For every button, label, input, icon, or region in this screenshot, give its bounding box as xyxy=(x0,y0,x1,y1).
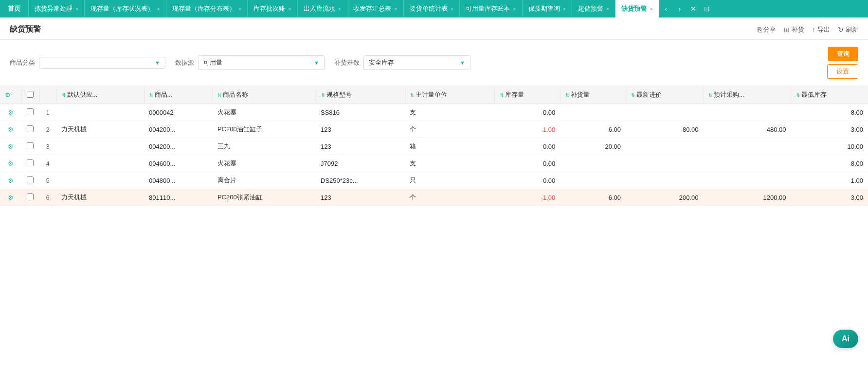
row-checkbox-3[interactable] xyxy=(21,155,39,172)
row-gear-1[interactable]: ⚙ xyxy=(0,121,21,138)
row-unit-2: 箱 xyxy=(405,138,494,155)
row-supplier-1: 力天机械 xyxy=(56,121,144,138)
tab-close-overstock[interactable]: × xyxy=(606,6,609,12)
row-code-2: 004200... xyxy=(144,138,213,155)
table-row: ⚙ 2 力天机械 004200... PC200油缸缸子 123 个 -1.00… xyxy=(0,121,868,138)
replenish-label: 补货基数 xyxy=(334,58,360,67)
tab-batch[interactable]: 库存批次账 × xyxy=(248,0,297,18)
tab-stock-status[interactable]: 现存量（库存状况表） × xyxy=(85,0,166,18)
col-latest-price[interactable]: ⇅最新进价 xyxy=(626,86,703,104)
row-gear-2[interactable]: ⚙ xyxy=(0,138,21,155)
tab-nav-expand[interactable]: ⊡ xyxy=(700,0,714,18)
tab-close-inout[interactable]: × xyxy=(338,6,341,12)
datasource-value: 可用量 xyxy=(203,58,222,67)
tab-close-available[interactable]: × xyxy=(513,6,516,12)
row-stock-5: -1.00 xyxy=(494,189,560,206)
row-checkbox-2[interactable] xyxy=(21,138,39,155)
replenish-select[interactable]: 安全库存 ▼ xyxy=(363,55,470,70)
tab-nav-close[interactable]: ✕ xyxy=(687,0,700,18)
share-button[interactable]: ⎘ 分享 xyxy=(758,25,776,34)
datasource-select[interactable]: 可用量 ▼ xyxy=(198,55,325,70)
sort-min-icon: ⇅ xyxy=(796,92,800,98)
ai-badge[interactable]: Ai xyxy=(833,330,858,348)
category-select[interactable]: ▼ xyxy=(39,57,165,69)
refresh-button[interactable]: ↻ 刷新 xyxy=(838,25,858,34)
sort-supplier-icon: ⇅ xyxy=(62,92,66,98)
row-stock-3: 0.00 xyxy=(494,155,560,172)
row-latest-price-1: 80.00 xyxy=(626,121,703,138)
col-spec[interactable]: ⇅规格型号 xyxy=(316,86,405,104)
tab-close-summary[interactable]: × xyxy=(394,6,397,12)
tab-nav-next[interactable]: › xyxy=(673,0,687,18)
row-latest-price-3 xyxy=(626,155,703,172)
settings-button[interactable]: 设置 xyxy=(827,64,858,79)
col-unit[interactable]: ⇅主计量单位 xyxy=(405,86,494,104)
refresh-icon: ↻ xyxy=(838,26,844,34)
tab-close-stock-status[interactable]: × xyxy=(157,6,160,12)
row-stock-2: 0.00 xyxy=(494,138,560,155)
filter-right-buttons: 查询 设置 xyxy=(827,47,858,79)
row-replenish-5: 6.00 xyxy=(560,189,626,206)
table-row: ⚙ 3 004200... 三九 123 箱 0.00 20.00 10.00 xyxy=(0,138,868,155)
row-gear-5[interactable]: ⚙ xyxy=(0,189,21,206)
export-icon: ↑ xyxy=(812,26,815,34)
gear-icon[interactable]: ⚙ xyxy=(5,91,11,99)
tab-close-picking[interactable]: × xyxy=(75,6,78,12)
tab-overstock[interactable]: 超储预警 × xyxy=(572,0,615,18)
row-replenish-0 xyxy=(560,104,626,121)
row-unit-0: 支 xyxy=(405,104,494,121)
row-name-0: 火花塞 xyxy=(213,104,316,121)
row-checkbox-5[interactable] xyxy=(21,189,39,206)
tab-stock-dist[interactable]: 现存量（库存分布表） × xyxy=(166,0,248,18)
tab-nav-prev[interactable]: ‹ xyxy=(659,0,673,18)
page-header: 缺货预警 ⎘ 分享 ⊞ 补货 ↑ 导出 ↻ 刷新 xyxy=(0,18,868,40)
col-product-name[interactable]: ⇅商品名称 xyxy=(213,86,316,104)
select-all-checkbox[interactable] xyxy=(27,91,34,98)
col-replenish[interactable]: ⇅补货量 xyxy=(560,86,626,104)
tab-close-shortage[interactable]: × xyxy=(650,6,652,12)
col-stock[interactable]: ⇅库存量 xyxy=(494,86,560,104)
col-row-num xyxy=(39,86,56,104)
export-button[interactable]: ↑ 导出 xyxy=(812,25,830,34)
tab-close-order-stat[interactable]: × xyxy=(451,6,453,12)
row-latest-price-5: 200.00 xyxy=(626,189,703,206)
row-checkbox-0[interactable] xyxy=(21,104,39,121)
col-supplier[interactable]: ⇅默认供应... xyxy=(56,86,144,104)
tab-close-stock-dist[interactable]: × xyxy=(238,6,241,12)
row-checkbox-4[interactable] xyxy=(21,172,39,189)
row-min-stock-2: 10.00 xyxy=(791,138,868,155)
row-checkbox-1[interactable] xyxy=(21,121,39,138)
tab-order-stat[interactable]: 要货单统计表 × xyxy=(404,0,460,18)
tab-close-expiry[interactable]: × xyxy=(563,6,566,12)
share-icon: ⎘ xyxy=(758,26,761,34)
row-gear-0[interactable]: ⚙ xyxy=(0,104,21,121)
query-button[interactable]: 查询 xyxy=(828,47,858,61)
row-gear-4[interactable]: ⚙ xyxy=(0,172,21,189)
row-replenish-2: 20.00 xyxy=(560,138,626,155)
tab-summary[interactable]: 收发存汇总表 × xyxy=(347,0,403,18)
row-stock-1: -1.00 xyxy=(494,121,560,138)
tab-picking[interactable]: 拣货异常处理 × xyxy=(29,0,85,18)
col-est-purchase[interactable]: ⇅预计采购... xyxy=(703,86,791,104)
row-num-2: 3 xyxy=(39,138,56,155)
replenish-button[interactable]: ⊞ 补货 xyxy=(784,25,804,34)
row-latest-price-0 xyxy=(626,104,703,121)
col-min-stock[interactable]: ⇅最低库存 xyxy=(791,86,868,104)
tab-close-batch[interactable]: × xyxy=(288,6,291,12)
tab-shortage[interactable]: 缺货预警 × xyxy=(615,0,659,18)
sort-code-icon: ⇅ xyxy=(149,92,153,98)
row-min-stock-4: 1.00 xyxy=(791,172,868,189)
sort-price-icon: ⇅ xyxy=(631,92,635,98)
tab-home[interactable]: 首页 xyxy=(0,0,29,18)
tab-expiry[interactable]: 保质期查询 × xyxy=(523,0,572,18)
table-row: ⚙ 6 力天机械 801110... PC200张紧油缸 123 个 -1.00… xyxy=(0,189,868,206)
tab-available[interactable]: 可用量库存账本 × xyxy=(460,0,522,18)
datasource-filter-group: 数据源 可用量 ▼ xyxy=(175,55,325,70)
filter-area: 商品分类 ▼ 数据源 可用量 ▼ 补货基数 安全库存 ▼ 查询 设置 xyxy=(0,40,868,86)
col-product-code[interactable]: ⇅商品... xyxy=(144,86,213,104)
category-chevron-icon: ▼ xyxy=(155,60,160,66)
tab-inout[interactable]: 出入库流水 × xyxy=(298,0,347,18)
row-gear-3[interactable]: ⚙ xyxy=(0,155,21,172)
replenish-icon: ⊞ xyxy=(784,26,790,34)
header-actions: ⎘ 分享 ⊞ 补货 ↑ 导出 ↻ 刷新 xyxy=(758,25,858,34)
